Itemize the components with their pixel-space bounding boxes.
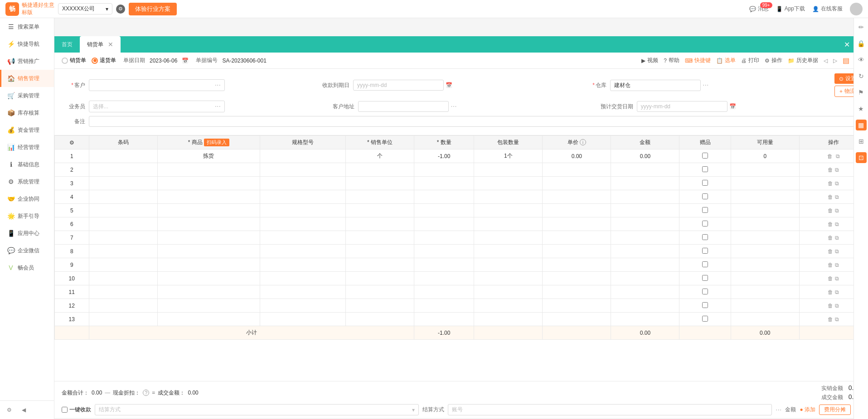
row-qty[interactable]: -1.00	[414, 149, 474, 163]
salesperson-input[interactable]: 选择... ···	[89, 101, 225, 112]
copy-icon[interactable]: ⧉	[835, 221, 839, 227]
settlement-method-select[interactable]: 结算方式 ▾	[95, 404, 419, 415]
view-list-icon[interactable]: ▤	[843, 56, 849, 65]
col-config[interactable]: ⚙	[55, 136, 89, 149]
right-star-icon[interactable]: ★	[856, 103, 867, 114]
warehouse-dots[interactable]: ···	[703, 81, 708, 89]
gift-checkbox[interactable]	[702, 261, 708, 267]
delete-icon[interactable]: 🗑	[828, 303, 833, 309]
delete-icon[interactable]: 🗑	[828, 235, 833, 241]
row-product[interactable]: 拣货	[157, 149, 260, 163]
gift-checkbox[interactable]	[702, 248, 708, 254]
row-unit[interactable]: 个	[346, 149, 414, 163]
calendar-icon-2[interactable]: 📅	[446, 82, 452, 88]
right-refresh-icon[interactable]: ↻	[856, 71, 867, 82]
expected-delivery-input[interactable]: yyyy-mm-dd	[637, 101, 727, 112]
gift-checkbox[interactable]	[702, 180, 708, 186]
customer-dots[interactable]: ···	[215, 81, 221, 89]
price-info-icon[interactable]: i	[580, 139, 586, 145]
gift-checkbox[interactable]	[702, 316, 708, 322]
sidebar-collapse-icon[interactable]: ◀	[18, 405, 29, 415]
sidebar-item-marketing[interactable]: 📢 营销推广	[0, 53, 54, 70]
gift-checkbox[interactable]	[702, 221, 708, 226]
table-config-icon[interactable]: ⚙	[69, 140, 74, 146]
scan-button[interactable]: 扫码录入	[204, 139, 229, 146]
delete-icon[interactable]: 🗑	[828, 167, 833, 173]
print-btn[interactable]: 🖨 打印	[741, 57, 759, 64]
payment-due-input[interactable]: yyyy-mm-dd	[353, 80, 444, 91]
nav-prev-icon[interactable]: ◁	[824, 58, 828, 64]
sidebar-settings-icon[interactable]: ⚙	[4, 405, 15, 415]
bank-dots[interactable]: ···	[776, 406, 781, 414]
help-btn[interactable]: ? 帮助	[664, 57, 679, 64]
delete-icon[interactable]: 🗑	[827, 153, 833, 159]
sidebar-item-member[interactable]: V 畅会员	[0, 259, 54, 276]
copy-icon[interactable]: ⧉	[835, 262, 839, 268]
ops-btn[interactable]: ⚙ 操作	[765, 57, 782, 64]
select-btn[interactable]: 📋 选单	[716, 57, 736, 64]
copy-icon[interactable]: ⧉	[835, 207, 839, 214]
customer-addr-input[interactable]	[358, 101, 449, 112]
row-barcode[interactable]	[89, 149, 157, 163]
sidebar-item-inventory[interactable]: 📦 库存核算	[0, 104, 54, 121]
notification-item[interactable]: 💬 消息 99+	[749, 5, 769, 13]
row-pkg-qty[interactable]: 1个	[474, 149, 543, 163]
one-click-collect-checkbox[interactable]: 一键收款	[62, 406, 91, 414]
tab-close-icon[interactable]: ✕	[108, 41, 113, 48]
tab-sales-order[interactable]: 销货单 ✕	[80, 36, 121, 53]
company-selector[interactable]: XXXXXX公司 ▾	[58, 3, 112, 14]
settings-icon[interactable]: ⚙	[116, 5, 125, 14]
sidebar-item-basic-info[interactable]: ℹ 基础信息	[0, 156, 54, 173]
copy-icon[interactable]: ⧉	[835, 303, 839, 309]
delete-icon[interactable]: 🗑	[828, 194, 833, 200]
gift-checkbox[interactable]	[702, 207, 708, 213]
fee-split-button[interactable]: 费用分摊	[819, 405, 851, 415]
shortcut-btn[interactable]: ⌨ 快捷键	[685, 57, 711, 64]
copy-icon[interactable]: ⧉	[835, 275, 839, 282]
warehouse-input[interactable]: 建材仓	[610, 80, 701, 91]
delete-icon[interactable]: 🗑	[828, 316, 833, 323]
sidebar-item-sales-mgmt[interactable]: 🏠 销售管理	[0, 70, 54, 87]
bank-account-input[interactable]: 账号	[448, 404, 772, 415]
delete-icon[interactable]: 🗑	[828, 262, 833, 268]
close-all-icon[interactable]: ✕	[844, 40, 850, 49]
sidebar-item-quick-nav[interactable]: ⚡ 快捷导航	[0, 35, 54, 53]
delete-icon[interactable]: 🗑	[828, 248, 833, 255]
sidebar-item-enterprise-wechat[interactable]: 💬 企业微信	[0, 242, 54, 259]
customer-input[interactable]: ···	[89, 79, 225, 91]
copy-icon[interactable]: ⧉	[835, 194, 839, 200]
salesperson-dots[interactable]: ···	[215, 102, 221, 111]
calendar-icon[interactable]: 📅	[182, 58, 189, 64]
calendar-icon-3[interactable]: 📅	[729, 103, 736, 110]
delete-icon[interactable]: 🗑	[828, 180, 833, 187]
row-price[interactable]: 0.00	[543, 149, 611, 163]
video-btn[interactable]: ▶ 视频	[641, 57, 658, 64]
delete-icon[interactable]: 🗑	[828, 207, 833, 214]
copy-icon[interactable]: ⧉	[835, 235, 839, 241]
add-link[interactable]: ● 添加	[800, 406, 815, 414]
one-click-collect-input[interactable]	[62, 407, 68, 413]
remark-input[interactable]	[89, 116, 861, 127]
app-download-item[interactable]: 📱 App下载	[776, 5, 805, 13]
right-edit-icon[interactable]: ✏	[856, 22, 867, 33]
radio-return-order[interactable]: 退货单	[92, 57, 116, 64]
gift-checkbox[interactable]	[702, 153, 708, 159]
right-orange-icon[interactable]: ⊡	[856, 152, 867, 163]
delete-icon[interactable]: 🗑	[828, 221, 833, 227]
row-gift[interactable]	[679, 149, 731, 163]
sidebar-item-new-guide[interactable]: 🌟 新手引导	[0, 207, 54, 225]
sidebar-item-finance[interactable]: 💰 资金管理	[0, 121, 54, 139]
addr-dots[interactable]: ···	[451, 102, 456, 111]
gift-checkbox[interactable]	[702, 193, 708, 199]
copy-icon[interactable]: ⧉	[836, 153, 840, 159]
trial-button[interactable]: 体验行业方案	[129, 3, 177, 15]
discount-info-icon[interactable]: ?	[143, 390, 149, 396]
right-flag-icon[interactable]: ⚑	[856, 87, 867, 98]
gift-checkbox[interactable]	[702, 302, 708, 308]
copy-icon[interactable]: ⧉	[835, 167, 839, 173]
delete-icon[interactable]: 🗑	[828, 289, 833, 295]
gift-checkbox[interactable]	[702, 234, 708, 240]
sidebar-item-app-center[interactable]: 📱 应用中心	[0, 225, 54, 242]
online-service-item[interactable]: 👤 在线客服	[812, 5, 843, 13]
user-avatar[interactable]	[850, 3, 863, 15]
